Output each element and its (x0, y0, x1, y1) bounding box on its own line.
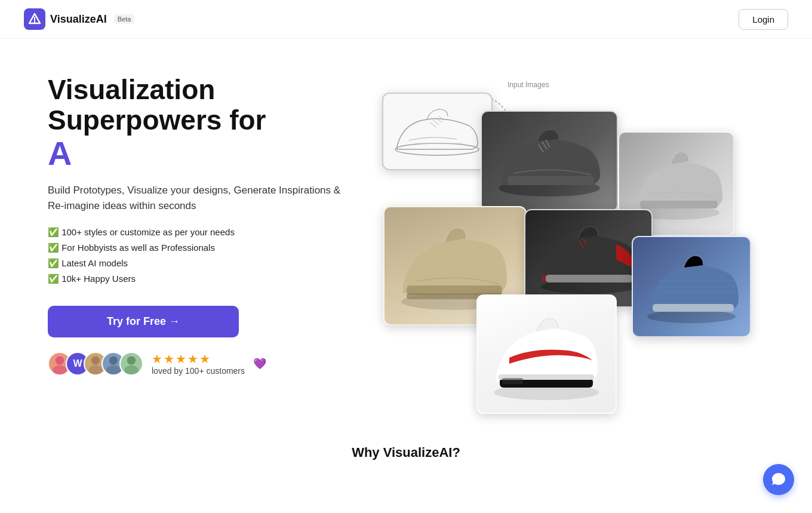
shoe-red-white-svg (485, 304, 608, 404)
chat-button[interactable] (763, 464, 794, 495)
svg-rect-34 (502, 378, 523, 384)
feature-4: ✅ 10k+ Happy Users (48, 274, 358, 284)
shoe-blue-svg (639, 245, 744, 328)
shoe-card-red-white (476, 294, 617, 414)
svg-point-9 (127, 357, 136, 365)
svg-point-10 (124, 365, 138, 375)
heart-icon: 💜 (253, 357, 266, 370)
hero-description: Build Prototypes, Visualize your designs… (48, 183, 358, 214)
loved-text: loved by 100+ customers (152, 366, 245, 376)
shoe-card-dark (481, 110, 618, 212)
hero-title-accent: A (48, 134, 72, 172)
logo[interactable]: VisualizeAI Beta (24, 8, 134, 30)
hero-left: Visualization Superpowers for A Build Pr… (48, 75, 358, 376)
svg-point-4 (53, 365, 66, 375)
beta-badge: Beta (114, 14, 135, 24)
svg-rect-18 (508, 176, 594, 185)
shoe-sketch-card (382, 93, 493, 170)
svg-point-35 (647, 310, 736, 323)
sub-section-title: Why VisualizeAI? (352, 445, 460, 460)
hero-collage: Input Images (382, 75, 752, 409)
hero-title: Visualization Superpowers for A (48, 75, 358, 172)
feature-1: ✅ 100+ styles or customize as per your n… (48, 227, 358, 238)
svg-point-7 (109, 357, 118, 365)
svg-point-8 (106, 365, 120, 375)
shoe-card-blue (632, 236, 751, 337)
shoe-dark-svg (490, 122, 609, 200)
svg-line-13 (430, 122, 436, 127)
svg-rect-28 (546, 275, 632, 282)
social-proof: W ★★★★★ loved by 100+ customers 💜 (48, 352, 358, 376)
svg-rect-36 (653, 304, 734, 312)
hero-section: Visualization Superpowers for A Build Pr… (0, 39, 812, 433)
svg-point-3 (56, 357, 64, 365)
login-button[interactable]: Login (739, 9, 788, 30)
logo-icon (24, 8, 45, 30)
logo-text: VisualizeAI (50, 13, 107, 26)
star-rating: ★★★★★ (152, 352, 245, 366)
rating-group: ★★★★★ loved by 100+ customers (152, 352, 245, 376)
svg-point-5 (91, 357, 100, 365)
navbar: VisualizeAI Beta Login (0, 0, 812, 39)
chat-icon (771, 472, 786, 487)
feature-2: ✅ For Hobbyists as well as Professionals (48, 242, 358, 253)
svg-point-6 (88, 365, 102, 375)
svg-point-2 (34, 21, 35, 23)
feature-3: ✅ Latest AI models (48, 258, 358, 269)
hero-features: ✅ 100+ styles or customize as per your n… (48, 227, 358, 284)
try-for-free-button[interactable]: Try for Free → (48, 306, 239, 337)
svg-line-14 (433, 120, 439, 125)
sub-section: Why VisualizeAI? (0, 433, 812, 466)
svg-line-16 (439, 116, 444, 121)
input-images-label: Input Images (508, 81, 549, 89)
svg-rect-23 (640, 201, 718, 208)
avatar-5 (119, 352, 143, 376)
avatar-group: W (48, 352, 143, 376)
sneaker-sketch-svg (391, 105, 484, 158)
shoe-dark-red-svg (533, 218, 645, 299)
